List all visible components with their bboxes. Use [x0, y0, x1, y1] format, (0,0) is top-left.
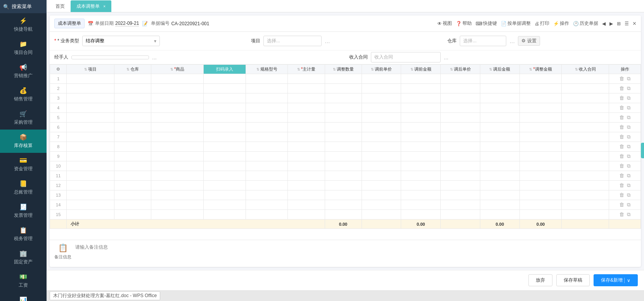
- row-4-spec[interactable]: [246, 103, 288, 113]
- row-6-amount-before[interactable]: [401, 123, 441, 132]
- row-12-goods[interactable]: [151, 181, 204, 190]
- grid-view-icon[interactable]: ⊞: [617, 21, 621, 26]
- row-7-spec[interactable]: [246, 132, 288, 142]
- row-9-adj-amount[interactable]: [519, 152, 562, 161]
- row-9-price-before[interactable]: [362, 152, 401, 161]
- sidebar-item-salary[interactable]: 💵工资: [0, 269, 47, 292]
- tab-home[interactable]: 首页: [50, 0, 71, 12]
- row-11-income-contract[interactable]: [562, 171, 609, 181]
- row-11-scan[interactable]: [204, 171, 246, 181]
- row-7-delete-icon[interactable]: 🗑: [619, 134, 624, 140]
- row-14-price-before[interactable]: [362, 200, 401, 210]
- row-8-amount-before[interactable]: [401, 142, 441, 152]
- row-9-amount-before[interactable]: [401, 152, 441, 161]
- col-scan-header[interactable]: 扫码录入: [204, 65, 246, 74]
- row-11-qty[interactable]: [325, 171, 362, 181]
- row-13-adj-amount[interactable]: [519, 190, 562, 200]
- row-8-unit[interactable]: [288, 142, 325, 152]
- row-15-unit[interactable]: [288, 210, 325, 220]
- row-10-qty[interactable]: [325, 161, 362, 171]
- sidebar-item-tax[interactable]: 📋税务管理: [0, 223, 47, 246]
- row-7-price-after[interactable]: [441, 132, 480, 142]
- row-2-adj-amount[interactable]: [519, 84, 562, 93]
- row-7-scan[interactable]: [204, 132, 246, 142]
- row-10-unit[interactable]: [288, 161, 325, 171]
- row-7-price-before[interactable]: [362, 132, 401, 142]
- list-view-icon[interactable]: ☰: [625, 21, 629, 26]
- row-12-project[interactable]: [67, 181, 114, 190]
- row-3-scan[interactable]: [204, 93, 246, 103]
- row-1-spec[interactable]: [246, 74, 288, 84]
- date-value[interactable]: 2022-09-21: [115, 21, 139, 26]
- row-9-scan[interactable]: [204, 152, 246, 161]
- doc-adjust-btn[interactable]: 📄 按单据调整: [501, 20, 531, 27]
- row-1-price-after[interactable]: [441, 74, 480, 84]
- row-4-amount-after[interactable]: [480, 103, 519, 113]
- row-3-delete-icon[interactable]: 🗑: [619, 95, 624, 101]
- row-11-amount-before[interactable]: [401, 171, 441, 181]
- row-5-amount-after[interactable]: [480, 113, 519, 123]
- row-4-qty[interactable]: [325, 103, 362, 113]
- row-6-scan[interactable]: [204, 123, 246, 132]
- row-13-scan[interactable]: [204, 190, 246, 200]
- row-9-qty[interactable]: [325, 152, 362, 161]
- sidebar-search[interactable]: 🔍 搜索菜单: [0, 0, 47, 13]
- row-3-amount-before[interactable]: [401, 93, 441, 103]
- row-2-copy-icon[interactable]: ⧉: [627, 85, 630, 91]
- row-4-price-before[interactable]: [362, 103, 401, 113]
- row-15-delete-icon[interactable]: 🗑: [619, 211, 624, 217]
- row-7-amount-after[interactable]: [480, 132, 519, 142]
- row-15-income-contract[interactable]: [562, 210, 609, 220]
- row-2-amount-before[interactable]: [401, 84, 441, 93]
- row-11-delete-icon[interactable]: 🗑: [619, 173, 624, 178]
- row-4-price-after[interactable]: [441, 103, 480, 113]
- row-4-unit[interactable]: [288, 103, 325, 113]
- row-14-spec[interactable]: [246, 200, 288, 210]
- row-11-copy-icon[interactable]: ⧉: [627, 173, 630, 178]
- row-10-amount-after[interactable]: [480, 161, 519, 171]
- row-14-unit[interactable]: [288, 200, 325, 210]
- notes-input[interactable]: [75, 243, 636, 255]
- row-2-amount-after[interactable]: [480, 84, 519, 93]
- row-11-goods[interactable]: [151, 171, 204, 181]
- row-8-qty[interactable]: [325, 142, 362, 152]
- row-1-amount-before[interactable]: [401, 74, 441, 84]
- col-settings-header[interactable]: ⚙: [50, 65, 67, 74]
- row-4-scan[interactable]: [204, 103, 246, 113]
- row-6-amount-after[interactable]: [480, 123, 519, 132]
- row-1-qty[interactable]: [325, 74, 362, 84]
- dropdown-arrow-icon[interactable]: ∨: [624, 278, 630, 283]
- tab-cost-adjust[interactable]: 成本调整单 ×: [71, 0, 111, 12]
- row-3-amount-after[interactable]: [480, 93, 519, 103]
- col-amount-before-header[interactable]: ⇅调前金额: [401, 65, 441, 74]
- row-4-project[interactable]: [67, 103, 114, 113]
- row-10-adj-amount[interactable]: [519, 161, 562, 171]
- row-5-project[interactable]: [67, 113, 114, 123]
- row-8-adj-amount[interactable]: [519, 142, 562, 152]
- row-12-scan[interactable]: [204, 181, 246, 190]
- row-5-warehouse[interactable]: [114, 113, 151, 123]
- row-1-delete-icon[interactable]: 🗑: [619, 76, 624, 81]
- row-2-price-before[interactable]: [362, 84, 401, 93]
- row-15-goods[interactable]: [151, 210, 204, 220]
- col-spec-header[interactable]: ⇅规格型号: [246, 65, 288, 74]
- row-2-goods[interactable]: [151, 84, 204, 93]
- row-3-warehouse[interactable]: [114, 93, 151, 103]
- row-5-adj-amount[interactable]: [519, 113, 562, 123]
- biz-type-select[interactable]: 结存调整 ▾: [82, 36, 160, 46]
- row-2-project[interactable]: [67, 84, 114, 93]
- row-5-price-after[interactable]: [441, 113, 480, 123]
- row-8-project[interactable]: [67, 142, 114, 152]
- row-3-goods[interactable]: [151, 93, 204, 103]
- row-15-price-before[interactable]: [362, 210, 401, 220]
- row-12-income-contract[interactable]: [562, 181, 609, 190]
- sidebar-item-project-contract[interactable]: 📁项目合同: [0, 36, 47, 60]
- row-8-warehouse[interactable]: [114, 142, 151, 152]
- row-4-delete-icon[interactable]: 🗑: [619, 105, 624, 111]
- col-amount-after-header[interactable]: ⇅调后金额: [480, 65, 519, 74]
- project-input[interactable]: 选择...: [263, 36, 322, 46]
- sidebar-item-operations[interactable]: 📊经营管理: [0, 292, 47, 301]
- settings-button[interactable]: ⚙ 设置: [518, 36, 540, 46]
- row-14-goods[interactable]: [151, 200, 204, 210]
- row-5-income-contract[interactable]: [562, 113, 609, 123]
